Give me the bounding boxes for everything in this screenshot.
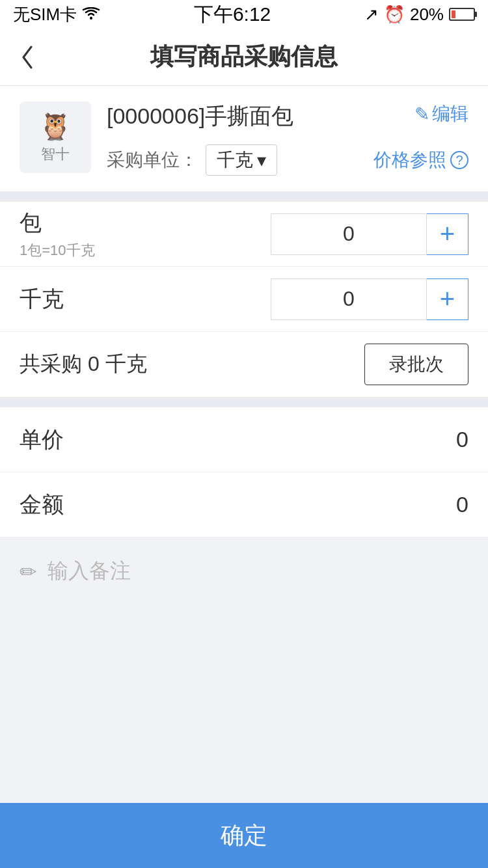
status-left: 无SIM卡 <box>13 3 100 26</box>
kg-quantity-input[interactable] <box>271 278 427 320</box>
info-icon: ? <box>450 151 468 169</box>
location-icon: ↗ <box>364 5 379 25</box>
product-thumbnail: 🦉 智十 <box>20 102 91 173</box>
back-button[interactable] <box>20 44 35 70</box>
page-content: 🦉 智十 [0000006]手撕面包 ✎ 编辑 采购单位： 千克 ▾ <box>0 86 488 868</box>
product-header: [0000006]手撕面包 ✎ 编辑 <box>107 102 468 131</box>
edit-button[interactable]: ✎ 编辑 <box>414 102 468 126</box>
unit-price-value: 0 <box>456 427 468 452</box>
unit-price-label: 单价 <box>20 425 64 455</box>
edit-label: 编辑 <box>432 102 468 126</box>
pencil-icon: ✏ <box>20 560 37 584</box>
bag-label: 包 1包=10千克 <box>20 208 95 260</box>
product-card: 🦉 智十 [0000006]手撕面包 ✎ 编辑 采购单位： 千克 ▾ <box>0 86 488 191</box>
unit-dropdown[interactable]: 千克 ▾ <box>206 144 277 176</box>
remark-section[interactable]: ✏ 输入备注 <box>0 537 488 655</box>
alarm-icon: ⏰ <box>384 5 405 25</box>
price-ref-label: 价格参照 <box>373 148 446 172</box>
kg-plus-button[interactable]: + <box>427 278 468 320</box>
section-divider-1 <box>0 191 488 202</box>
battery-icon <box>449 8 475 21</box>
product-info: [0000006]手撕面包 ✎ 编辑 采购单位： 千克 ▾ 价格参照 ? <box>107 102 468 176</box>
wifi-icon <box>82 5 100 25</box>
remark-placeholder: 输入备注 <box>47 557 131 586</box>
edit-icon: ✎ <box>414 103 429 125</box>
unit-value: 千克 <box>217 148 253 172</box>
amount-label: 金额 <box>20 490 64 520</box>
summary-text: 共采购 0 千克 <box>20 350 147 379</box>
unit-price-row: 单价 0 <box>0 407 488 472</box>
bag-input-control: + <box>271 213 468 255</box>
amount-row: 金额 0 <box>0 472 488 537</box>
unit-section: 采购单位： 千克 ▾ <box>107 144 277 176</box>
unit-label: 采购单位： <box>107 148 198 172</box>
bag-plus-button[interactable]: + <box>427 213 468 255</box>
price-ref-button[interactable]: 价格参照 ? <box>373 148 468 172</box>
kg-input-control: + <box>271 278 468 320</box>
quantity-section: 包 1包=10千克 + 千克 + <box>0 202 488 332</box>
batch-button[interactable]: 录批次 <box>364 344 468 385</box>
product-name: [0000006]手撕面包 <box>107 102 414 131</box>
nav-bar: 填写商品采购信息 <box>0 29 488 86</box>
bag-row: 包 1包=10千克 + <box>0 202 488 267</box>
dropdown-arrow: ▾ <box>257 150 266 171</box>
price-section: 单价 0 金额 0 <box>0 407 488 537</box>
confirm-button[interactable]: 确定 <box>0 803 488 868</box>
bag-quantity-input[interactable] <box>271 213 427 255</box>
product-meta: 采购单位： 千克 ▾ 价格参照 ? <box>107 144 468 176</box>
kg-row: 千克 + <box>0 267 488 332</box>
carrier-label: 无SIM卡 <box>13 3 77 26</box>
status-bar: 无SIM卡 下午6:12 ↗ ⏰ 20% <box>0 0 488 29</box>
kg-label: 千克 <box>20 284 64 314</box>
status-right: ↗ ⏰ 20% <box>364 5 475 25</box>
svg-point-0 <box>90 17 92 20</box>
bag-sublabel: 1包=10千克 <box>20 241 95 260</box>
battery-percent: 20% <box>410 5 444 25</box>
page-title: 填写商品采购信息 <box>150 41 338 73</box>
owl-icon: 🦉 <box>39 111 72 142</box>
summary-row: 共采购 0 千克 录批次 <box>0 332 488 397</box>
logo-text: 智十 <box>41 144 70 164</box>
status-time: 下午6:12 <box>194 1 271 28</box>
amount-value: 0 <box>456 492 468 517</box>
section-divider-2 <box>0 397 488 407</box>
